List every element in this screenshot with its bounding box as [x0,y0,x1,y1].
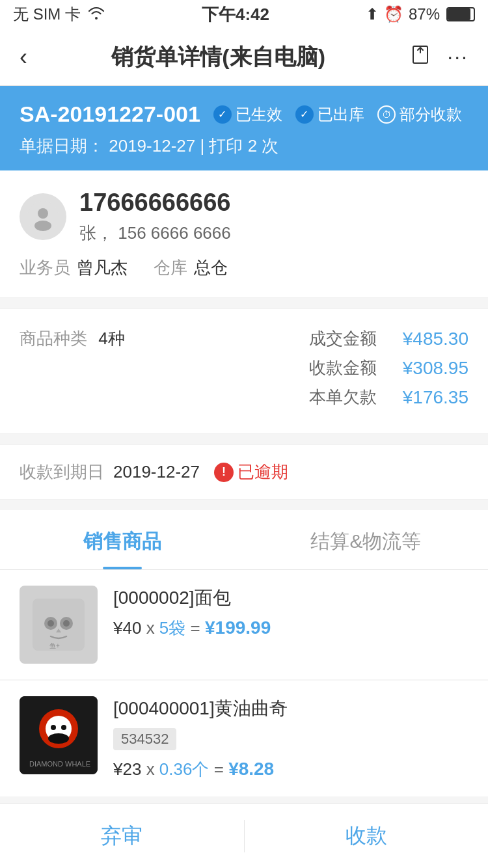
meta-date-label: 单据日期： [20,136,104,156]
product-thumb-cookie: DIAMOND WHALE [20,696,98,774]
time-display: 下午4:42 [202,3,269,26]
tab-sales-products-label: 销售商品 [83,530,161,552]
order-meta: 单据日期： 2019-12-27 | 打印 2 次 [20,135,468,157]
arrears-value: ¥176.35 [403,387,468,408]
sales-rep-label: 业务员 [20,256,70,279]
cookie-qty: 0.36个 [159,759,210,779]
more-icon[interactable]: ··· [447,45,468,69]
battery-percent: 87% [409,5,440,23]
product-thumb-bread: 鱼+ [20,586,98,664]
status-effective-label: 已生效 [236,104,282,125]
carrier-text: 无 SIM 卡 [13,4,81,25]
customer-section: 17666666666 张， 156 6666 6666 业务员 曾凡杰 仓库 … [0,170,488,298]
location-icon: ⬆ [366,5,379,23]
customer-phone: 17666666666 [79,189,231,217]
confirm-button[interactable]: 收款 [245,809,489,863]
svg-point-6 [47,620,54,627]
product-sku-cookie: 534532 [113,728,176,750]
overdue-text: 已逾期 [237,461,288,483]
status-shipped: ✓ 已出库 [295,104,364,125]
svg-point-13 [48,733,69,744]
product-info-bread: [0000002]面包 ¥40 x 5袋 = ¥199.99 [113,586,468,640]
arrears-label: 本单欠款 [309,386,377,409]
summary-right: 成交金额 ¥485.30 收款金额 ¥308.95 本单欠款 ¥176.35 [309,327,468,415]
svg-point-14 [51,725,56,730]
collection-amount-label: 收款金额 [309,357,377,379]
clock-icon: ⏱ [377,105,396,124]
bread-total: ¥199.99 [205,617,271,638]
due-date-value: 2019-12-27 [113,462,200,482]
svg-text:DIAMOND WHALE: DIAMOND WHALE [29,760,90,768]
tabs-row: 销售商品 结算&物流等 [0,510,488,569]
status-partial: ⏱ 部分收款 [377,104,462,125]
bread-equals: = [191,618,205,638]
status-bar: 无 SIM 卡 下午4:42 ⬆ ⏰ 87% [0,0,488,29]
customer-contact-phone: 156 6666 6666 [118,223,231,243]
bread-qty: 5袋 [159,618,185,638]
overdue-icon: ! [214,463,234,482]
bottom-bar: 弃审 收款 [0,803,488,868]
tab-settlement[interactable]: 结算&物流等 [244,510,488,569]
cookie-equals: = [214,759,228,779]
tab-settlement-label: 结算&物流等 [310,530,421,552]
customer-avatar [20,193,66,240]
share-icon[interactable] [409,44,431,70]
status-left: 无 SIM 卡 [13,4,105,25]
nav-bar: ‹ 销货单详情(来自电脑) ··· [0,29,488,86]
transaction-amount-value: ¥485.30 [403,329,468,349]
cookie-multiply: x [146,759,159,779]
check-icon-1: ✓ [213,105,232,124]
warehouse-value: 总仓 [194,256,228,279]
status-effective: ✓ 已生效 [213,104,282,125]
product-item: 鱼+ [0000002]面包 ¥40 x 5袋 = ¥199.99 [0,570,488,679]
alarm-icon: ⏰ [384,5,403,23]
order-id: SA-20191227-001 [20,102,200,127]
cancel-button[interactable]: 弃审 [0,809,244,863]
due-section: 收款到期日 2019-12-27 ! 已逾期 [0,444,488,500]
svg-point-7 [63,620,70,627]
product-name-cookie: [000400001]黄油曲奇 [113,696,468,721]
cookie-total: ¥8.28 [228,759,274,779]
status-partial-label: 部分收款 [400,104,462,125]
cookie-unit-price: ¥23 [113,759,141,779]
collection-amount-value: ¥308.95 [403,358,468,379]
due-date-label: 收款到期日 [20,461,104,483]
product-types-label: 商品种类 [20,329,87,348]
product-price-row-bread: ¥40 x 5袋 = ¥199.99 [113,617,468,640]
bread-multiply: x [146,618,159,638]
order-header: SA-20191227-001 ✓ 已生效 ✓ 已出库 ⏱ 部分收款 单据日期：… [0,86,488,170]
wifi-icon [87,5,105,23]
battery-bar [446,7,475,21]
status-shipped-label: 已出库 [318,104,364,125]
bread-unit-price: ¥40 [113,618,141,638]
product-price-row-cookie: ¥23 x 0.36个 = ¥8.28 [113,758,468,781]
status-right: ⬆ ⏰ 87% [366,5,475,23]
customer-sub-info: 张， 156 6666 6666 [79,222,231,245]
svg-point-2 [34,221,51,231]
svg-point-15 [61,725,66,730]
tabs-section: 销售商品 结算&物流等 [0,510,488,570]
meta-separator: | [200,136,209,156]
nav-actions: ··· [409,44,468,70]
product-name-bread: [0000002]面包 [113,586,468,610]
sales-rep-value: 曾凡杰 [77,256,128,279]
product-item-cookie: DIAMOND WHALE [000400001]黄油曲奇 534532 ¥23… [0,681,488,796]
meta-print: 打印 2 次 [209,136,278,156]
svg-point-1 [38,208,48,219]
page-title: 销货单详情(来自电脑) [111,42,325,72]
products-section: 鱼+ [0000002]面包 ¥40 x 5袋 = ¥199.99 [0,570,488,796]
overdue-tag: ! 已逾期 [214,461,288,483]
product-types-value: 4种 [98,329,124,348]
warehouse-label: 仓库 [154,256,187,279]
product-info-cookie: [000400001]黄油曲奇 534532 ¥23 x 0.36个 = ¥8.… [113,696,468,781]
svg-text:鱼+: 鱼+ [49,642,60,649]
summary-section: 商品种类 4种 成交金额 ¥485.30 收款金额 ¥308.95 本单欠款 ¥… [0,308,488,434]
tab-sales-products[interactable]: 销售商品 [0,510,244,569]
back-button[interactable]: ‹ [20,44,27,71]
transaction-amount-label: 成交金额 [309,327,377,350]
summary-left: 商品种类 4种 [20,327,125,354]
check-icon-2: ✓ [295,105,314,124]
customer-name-text: 张 [79,223,96,243]
meta-date-value: 2019-12-27 [109,136,195,156]
